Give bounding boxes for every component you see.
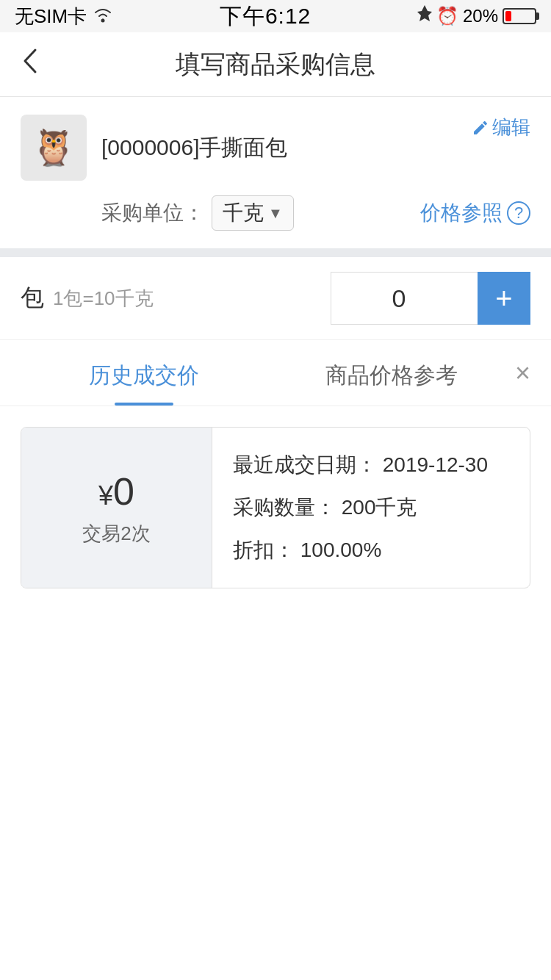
wifi-icon (93, 5, 113, 28)
product-thumbnail: 🦉 (21, 115, 87, 181)
carrier-text: 无SIM卡 (15, 4, 87, 29)
price-reference-button[interactable]: 价格参照 ? (420, 199, 530, 227)
discount-row: 折扣： 100.00% (233, 535, 509, 566)
history-price-right: 最近成交日期： 2019-12-30 采购数量： 200千克 折扣： 100.0… (212, 428, 530, 588)
tabs-header: 历史成交价 商品价格参考 × (0, 340, 551, 406)
section-divider (0, 248, 551, 257)
page-title: 填写商品采购信息 (176, 48, 375, 82)
unit-selector[interactable]: 千克 ▼ (212, 195, 294, 231)
purchase-unit-row: 采购单位： 千克 ▼ 价格参照 ? (21, 195, 530, 231)
nav-bar: 填写商品采购信息 (0, 32, 551, 97)
price-ref-help-icon: ? (507, 201, 530, 225)
quantity-row: 包 1包=10千克 + (0, 257, 551, 340)
location-icon (417, 5, 432, 27)
plus-icon: + (495, 282, 512, 315)
package-unit-label: 包 (21, 282, 44, 314)
tab-close-button[interactable]: × (515, 343, 530, 403)
quantity-unit-info: 包 1包=10千克 (21, 282, 154, 314)
purchase-quantity-row: 采购数量： 200千克 (233, 492, 509, 523)
tab-active-indicator (115, 403, 173, 406)
unit-value: 千克 (223, 199, 264, 227)
product-name: [0000006]手撕面包 (101, 133, 287, 163)
edit-label: 编辑 (492, 115, 530, 140)
svg-point-0 (101, 18, 105, 22)
history-price-card: ¥0 交易2次 最近成交日期： 2019-12-30 采购数量： 200千克 折… (21, 427, 530, 588)
tab-history-price[interactable]: 历史成交价 (21, 340, 267, 406)
history-price-value: ¥0 (98, 469, 134, 514)
product-logo-icon: 🦉 (32, 127, 76, 168)
quantity-input-group: + (331, 272, 530, 325)
unit-label: 采购单位： (101, 199, 204, 227)
tab-content: ¥0 交易2次 最近成交日期： 2019-12-30 采购数量： 200千克 折… (0, 406, 551, 609)
battery-fill (505, 11, 511, 21)
tab-price-reference[interactable]: 商品价格参考 (267, 340, 514, 406)
recent-date-row: 最近成交日期： 2019-12-30 (233, 450, 509, 480)
status-time: 下午6:12 (220, 1, 311, 32)
product-header: 🦉 [0000006]手撕面包 编辑 (21, 115, 530, 181)
bottom-space (0, 609, 551, 980)
quantity-plus-button[interactable]: + (478, 272, 530, 325)
battery-percent: 20% (463, 6, 498, 26)
currency-symbol: ¥ (98, 480, 113, 511)
history-price-left: ¥0 交易2次 (21, 428, 212, 588)
unit-dropdown-icon: ▼ (268, 205, 283, 222)
tabs-container: 历史成交价 商品价格参考 × ¥0 交易2次 最近成交日期： 2019-12-3… (0, 340, 551, 609)
product-left: 🦉 [0000006]手撕面包 (21, 115, 287, 181)
status-right: ⏰ 20% (417, 5, 536, 27)
alarm-icon: ⏰ (436, 6, 458, 26)
unit-conversion-text: 1包=10千克 (53, 286, 154, 311)
back-button[interactable] (21, 47, 38, 82)
edit-button[interactable]: 编辑 (472, 115, 530, 140)
status-left: 无SIM卡 (15, 4, 113, 29)
status-bar: 无SIM卡 下午6:12 ⏰ 20% (0, 0, 551, 32)
product-card: 🦉 [0000006]手撕面包 编辑 采购单位： 千克 ▼ 价格参照 ? (0, 97, 551, 248)
price-ref-label: 价格参照 (420, 199, 503, 227)
quantity-input[interactable] (331, 272, 478, 325)
battery-icon (503, 8, 536, 24)
history-trades-count: 交易2次 (82, 521, 150, 547)
